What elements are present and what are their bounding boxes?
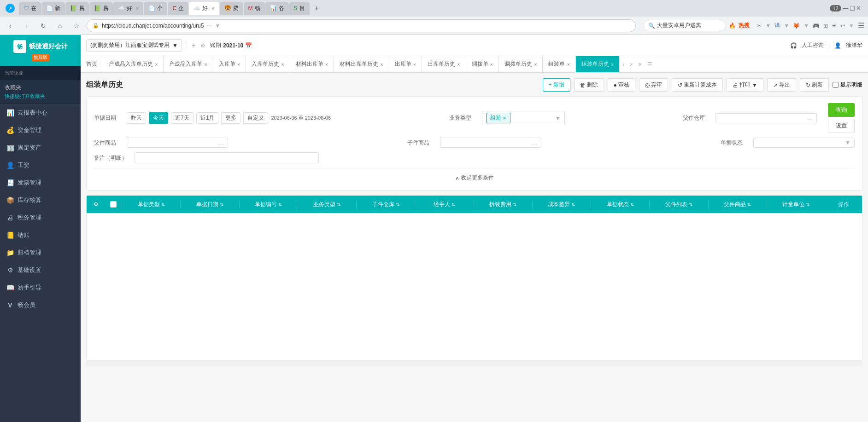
th-disassemble-fee[interactable]: 拆装费用 ⇅ xyxy=(474,201,532,208)
nav-scroll-right[interactable]: › xyxy=(627,61,634,68)
menu-icon[interactable]: ☰ xyxy=(858,21,864,30)
browser-tab-8[interactable]: 🐯腾 xyxy=(220,2,243,15)
logo[interactable]: 畅 畅捷通好会计 旗舰版 xyxy=(0,35,81,66)
sidebar-item-funds[interactable]: 💰 资金管理 xyxy=(0,121,81,139)
th-order-date[interactable]: 单据日期 ⇅ xyxy=(180,201,239,208)
th-parent-product[interactable]: 父件商品 ⇅ xyxy=(708,201,767,208)
add-company-btn[interactable]: + xyxy=(192,41,196,50)
abandon-button[interactable]: ◎ 弃审 xyxy=(639,78,668,92)
display-toggle[interactable]: 显示明细 xyxy=(833,81,862,89)
date-btn-more[interactable]: 更多 xyxy=(221,112,240,124)
add-button[interactable]: + 新增 xyxy=(543,78,570,92)
order-status-dropdown[interactable]: ▼ xyxy=(845,139,850,146)
parent-warehouse-input[interactable]: … xyxy=(716,113,817,123)
query-button[interactable]: 查询 xyxy=(828,103,855,117)
nav-refresh[interactable]: ↻ xyxy=(37,19,50,32)
business-type-remove[interactable]: × xyxy=(503,115,506,121)
date-btn-today[interactable]: 今天 xyxy=(149,112,168,124)
th-business-type[interactable]: 业务类型 ⇅ xyxy=(298,201,356,208)
close-tab-material-out[interactable]: × xyxy=(325,62,328,67)
browser-minimize[interactable]: ─ xyxy=(843,4,848,12)
nav-tab-production-in-history[interactable]: 产成品入库单历史 × xyxy=(103,56,164,73)
sidebar-item-tax[interactable]: 🖨 税务管理 xyxy=(0,209,81,226)
horizontal-scrollbar[interactable] xyxy=(86,361,862,366)
browser-tab-11[interactable]: S目 xyxy=(289,2,310,15)
business-type-dropdown[interactable]: ▼ xyxy=(555,115,561,121)
nav-tab-assembly[interactable]: 组装单 × xyxy=(543,56,575,73)
select-all-checkbox[interactable] xyxy=(110,201,117,208)
th-child-warehouse[interactable]: 子件仓库 ⇅ xyxy=(356,201,415,208)
nav-forward[interactable]: › xyxy=(20,19,33,32)
notes-input[interactable] xyxy=(135,152,319,163)
close-tab-assembly-history[interactable]: × xyxy=(611,62,614,67)
close-tab-out-history[interactable]: × xyxy=(457,62,460,67)
calendar-icon[interactable]: 📅 xyxy=(245,42,252,49)
th-order-type[interactable]: 单据类型 ⇅ xyxy=(122,201,180,208)
nav-tab-assembly-history[interactable]: 组装单历史 × xyxy=(576,56,620,73)
game-icon[interactable]: 🎮 xyxy=(813,23,820,29)
th-handler[interactable]: 经手人 ⇅ xyxy=(415,201,473,208)
nav-home[interactable]: ⌂ xyxy=(53,19,66,32)
nav-scroll-left[interactable]: ‹ xyxy=(620,61,627,68)
collapse-btn[interactable]: ∧ 收起更多条件 xyxy=(94,172,855,184)
grid-icon[interactable]: ⊞ xyxy=(823,23,828,29)
th-order-status[interactable]: 单据状态 ⇅ xyxy=(591,201,649,208)
sidebar-item-member[interactable]: V 畅会员 xyxy=(0,296,81,314)
audit-button[interactable]: ● 审核 xyxy=(608,78,635,92)
company-selector[interactable]: (勿删勿禁用）江西服宝测试专用 ▼ xyxy=(86,39,182,52)
browser-tab-3[interactable]: 📗易 xyxy=(89,2,113,15)
browser-tab-10[interactable]: 📊各 xyxy=(265,2,289,15)
nav-tab-production-in[interactable]: 产成品入库单 × xyxy=(164,56,213,73)
date-btn-1month[interactable]: 近1月 xyxy=(196,112,219,124)
recalculate-button[interactable]: ↺ 重新计算成本 xyxy=(672,78,723,92)
close-tab-in-history[interactable]: × xyxy=(281,62,284,67)
nav-tab-in-history[interactable]: 入库单历史 × xyxy=(246,56,290,73)
nav-tab-material-out-history[interactable]: 材料出库单历史 × xyxy=(334,56,389,73)
help-label[interactable]: 人工咨询 xyxy=(802,41,824,49)
sidebar-item-payroll[interactable]: 👤 工资 xyxy=(0,156,81,174)
parent-product-more[interactable]: … xyxy=(218,139,224,146)
export-button[interactable]: ↗ 导出 xyxy=(767,78,796,92)
close-tab-transfer-history[interactable]: × xyxy=(534,62,537,67)
display-toggle-checkbox[interactable] xyxy=(833,82,839,88)
nav-tab-material-out[interactable]: 材料出库单 × xyxy=(290,56,334,73)
sidebar-item-inventory[interactable]: 📦 库存核算 xyxy=(0,191,81,209)
browser-tab-4[interactable]: ☁️好× xyxy=(113,2,143,15)
sidebar-item-guide[interactable]: 📖 新手引导 xyxy=(0,279,81,296)
th-settings[interactable]: ⚙ xyxy=(87,201,105,208)
browser-tab-9[interactable]: M畅 xyxy=(244,2,265,15)
tab-close-all[interactable]: × xyxy=(634,61,645,68)
url-bar[interactable]: 🔒 https://cloud.chanjet.com/accounting/u… xyxy=(87,19,636,32)
browser-tab-0[interactable]: 🛡在 xyxy=(19,2,41,15)
child-product-more[interactable]: … xyxy=(532,139,537,146)
browser-tab-6[interactable]: C企 xyxy=(168,2,188,15)
close-tab-material-out-history[interactable]: × xyxy=(380,62,383,67)
sidebar-item-reports[interactable]: 📊 云报表中心 xyxy=(0,104,81,121)
sidebar-item-archive[interactable]: 📁 归档管理 xyxy=(0,244,81,261)
business-type-input-wrapper[interactable]: 组装 × ▼ xyxy=(482,111,565,125)
nav-back[interactable]: ‹ xyxy=(4,19,17,32)
th-cost-diff[interactable]: 成本差异 ⇅ xyxy=(532,201,591,208)
nav-bookmark[interactable]: ☆ xyxy=(70,19,83,32)
favorites-link[interactable]: 快捷键打开收藏夹 xyxy=(5,93,76,100)
parent-warehouse-more[interactable]: … xyxy=(807,115,813,121)
close-tab-assembly[interactable]: × xyxy=(567,62,569,67)
nav-tab-in-order[interactable]: 入库单 × xyxy=(213,56,246,73)
child-product-input[interactable]: … xyxy=(440,138,541,148)
new-tab-button[interactable]: + xyxy=(310,2,323,15)
close-tab-production-in[interactable]: × xyxy=(204,62,207,67)
sidebar-item-settings[interactable]: ⚙ 基础设置 xyxy=(0,261,81,279)
th-unit[interactable]: 计量单位 ⇅ xyxy=(767,201,825,208)
th-order-no[interactable]: 单据编号 ⇅ xyxy=(239,201,298,208)
browser-close[interactable]: × xyxy=(856,4,861,12)
nav-tab-transfer[interactable]: 调拨单 × xyxy=(466,56,499,73)
nav-tab-out-history[interactable]: 出库单历史 × xyxy=(422,56,466,73)
scissors-icon[interactable]: ✂ xyxy=(757,23,762,29)
browser-search[interactable]: 🔍 大量安卓用户逃离 xyxy=(643,20,726,31)
nav-tab-transfer-history[interactable]: 调拨单历史 × xyxy=(499,56,543,73)
settings-gear-icon[interactable]: ⚙ xyxy=(200,42,205,49)
close-tab-transfer[interactable]: × xyxy=(490,62,493,67)
close-tab-in-order[interactable]: × xyxy=(237,62,240,67)
date-btn-7days[interactable]: 近7天 xyxy=(171,112,194,124)
date-btn-custom[interactable]: 自定义 xyxy=(243,112,268,124)
